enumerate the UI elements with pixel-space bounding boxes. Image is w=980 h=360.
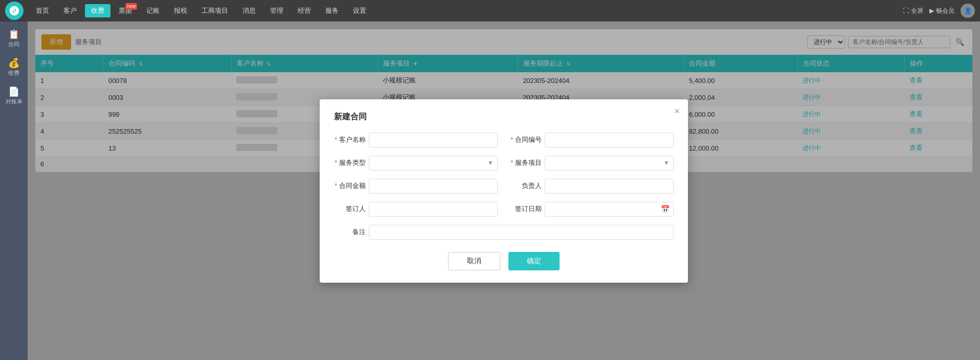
service-item-label: 服务项目 <box>510 158 542 167</box>
fullscreen-button[interactable]: ⛶ 全屏 <box>903 7 923 15</box>
nav-client[interactable]: 客户 <box>57 4 83 17</box>
service-type-select-wrapper: ▼ <box>369 156 498 171</box>
nav-items: 首页 客户 收费 票据 new 记账 报税 工商项目 消息 管理 经营 服务 设… <box>30 4 903 17</box>
nav-settings[interactable]: 设置 <box>347 4 372 17</box>
nav-message[interactable]: 消息 <box>236 4 262 17</box>
avatar[interactable]: 👤 <box>961 4 975 18</box>
form-group-note: 备注 <box>334 225 674 240</box>
form-group-contract-no: 合同编号 <box>510 133 674 147</box>
contract-no-input[interactable] <box>545 133 674 147</box>
responsible-label: 负责人 <box>510 181 542 190</box>
service-item-select-wrapper: ▼ <box>545 156 674 171</box>
form-group-signatory: 签订人 <box>334 202 498 217</box>
nav-service[interactable]: 服务 <box>319 4 345 17</box>
fullscreen-label: 全屏 <box>911 7 923 15</box>
avatar-icon: 👤 <box>964 7 972 14</box>
nav-operation[interactable]: 经营 <box>292 4 317 17</box>
service-type-label: 服务类型 <box>334 158 366 167</box>
member-label: 畅会员 <box>936 7 954 15</box>
form-group-service-item: 服务项目 ▼ <box>510 156 674 171</box>
modal-overlay: × 新建合同 客户名称 合同编号 服务类型 <box>28 22 980 360</box>
form-group-amount: 合同金额 0.00 <box>334 179 498 194</box>
sidebar-item-contract[interactable]: 📋 合同 <box>2 27 26 51</box>
sign-date-input[interactable]: 2023-06-06 <box>545 202 674 217</box>
video-icon: ▶ <box>929 7 934 14</box>
service-item-select[interactable] <box>545 156 674 171</box>
signatory-label: 签订人 <box>334 204 366 214</box>
nav-ledger[interactable]: 记账 <box>140 4 166 17</box>
new-badge: new <box>125 3 137 10</box>
revenue-icon: 💰 <box>8 58 19 68</box>
sidebar-item-contract-label: 合同 <box>8 40 19 48</box>
modal-footer: 取消 确定 <box>334 252 674 270</box>
cancel-button[interactable]: 取消 <box>448 252 500 270</box>
nav-invoice[interactable]: 收费 <box>85 4 110 17</box>
member-button[interactable]: ▶ 畅会员 <box>929 7 954 15</box>
nav-home[interactable]: 首页 <box>30 4 55 17</box>
sidebar-item-statement[interactable]: 📄 对账单 <box>2 84 26 109</box>
note-label: 备注 <box>334 227 366 237</box>
form-group-sign-date: 签订日期 2023-06-06 📅 <box>510 202 674 217</box>
confirm-button[interactable]: 确定 <box>508 252 560 270</box>
modal-close-button[interactable]: × <box>674 107 680 116</box>
amount-input[interactable]: 0.00 <box>369 179 498 194</box>
right-tools: ⛶ 全屏 ▶ 畅会员 👤 <box>903 4 975 18</box>
nav-ticket[interactable]: 票据 new <box>113 4 138 17</box>
app-body: 📋 合同 💰 收费 📄 对账单 新增 服务项目 进行中 已完成 已终止 <box>0 22 980 360</box>
fullscreen-icon: ⛶ <box>903 7 909 14</box>
nav-tax[interactable]: 报税 <box>168 4 193 17</box>
client-name-label: 客户名称 <box>334 135 366 144</box>
sidebar: 📋 合同 💰 收费 📄 对账单 <box>0 22 28 360</box>
client-name-input[interactable] <box>369 133 498 147</box>
sidebar-item-revenue[interactable]: 💰 收费 <box>2 55 26 80</box>
app-logo[interactable] <box>5 2 24 20</box>
form-group-client: 客户名称 <box>334 133 498 147</box>
form-group-service-type: 服务类型 ▼ <box>334 156 498 171</box>
sign-date-label: 签订日期 <box>510 204 542 214</box>
modal-title: 新建合同 <box>334 112 674 122</box>
nav-manage[interactable]: 管理 <box>264 4 289 17</box>
top-navigation: 首页 客户 收费 票据 new 记账 报税 工商项目 消息 管理 经营 服务 设… <box>0 0 980 22</box>
note-input[interactable] <box>369 225 674 240</box>
form-group-responsible: 负责人 <box>510 179 674 194</box>
nav-biz[interactable]: 工商项目 <box>195 4 234 17</box>
signatory-input[interactable] <box>369 202 498 217</box>
main-content: 新增 服务项目 进行中 已完成 已终止 🔍 <box>28 22 980 360</box>
responsible-input[interactable] <box>545 179 674 194</box>
sidebar-item-revenue-label: 收费 <box>8 69 19 77</box>
amount-label: 合同金额 <box>334 181 366 190</box>
sidebar-item-statement-label: 对账单 <box>6 98 23 105</box>
new-contract-modal: × 新建合同 客户名称 合同编号 服务类型 <box>320 99 688 283</box>
service-type-select[interactable] <box>369 156 498 171</box>
statement-icon: 📄 <box>8 87 19 96</box>
form-grid: 客户名称 合同编号 服务类型 ▼ <box>334 133 674 240</box>
contract-no-label: 合同编号 <box>510 135 542 144</box>
contract-icon: 📋 <box>8 30 19 39</box>
sign-date-wrapper: 2023-06-06 📅 <box>545 202 674 217</box>
